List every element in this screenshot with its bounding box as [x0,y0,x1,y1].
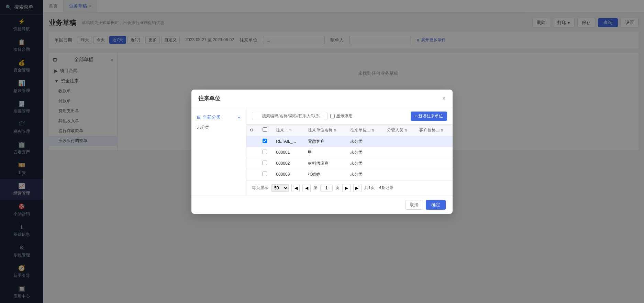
table-row[interactable]: 000001 甲 未分类 [246,147,453,158]
modal-category-unclassified[interactable]: 未分类 [191,123,246,132]
modal-title: 往来单位 [198,95,220,102]
row-code: 000002 [273,158,304,169]
party-search-input[interactable] [252,112,327,120]
modal-footer: 取消 确定 [191,196,453,214]
table-header-row: ⚙ 往来... ⇅ 往来单位名称 ⇅ 往来单位... ⇅ 分管人员 ⇅ 客户价格… [246,125,453,136]
row-settings [246,169,259,180]
row-checkbox[interactable] [259,158,273,169]
grid-icon: ⊞ [197,115,201,120]
modal-pagination: 每页显示 50 100 200 |◀ ◀ 第 页 ▶ ▶| 共1页，4 [246,180,453,196]
row-price [416,147,453,158]
sort-icon: ⇅ [441,128,443,132]
show-disabled-label[interactable]: 显示停用 [330,113,353,119]
modal-table: ⚙ 往来... ⇅ 往来单位名称 ⇅ 往来单位... ⇅ 分管人员 ⇅ 客户价格… [246,125,453,180]
modal-category-label: 未分类 [197,125,209,130]
col-name[interactable]: 往来单位名称 ⇅ [304,125,347,136]
first-page-button[interactable]: |◀ [291,184,300,192]
row-manager [384,147,416,158]
row-code: RETAIL_... [273,136,304,147]
row-select-checkbox[interactable] [263,150,267,154]
last-page-button[interactable]: ▶| [353,184,362,192]
row-category: 未分类 [347,147,384,158]
row-category: 未分类 [347,169,384,180]
sort-icon: ⇅ [404,128,407,132]
row-select-checkbox[interactable] [263,161,267,165]
table-row[interactable]: 000003 张婧婷 未分类 [246,169,453,180]
row-name: 甲 [304,147,347,158]
per-page-label: 每页显示 [252,185,268,191]
settings-icon: ⚙ [250,128,254,132]
col-checkbox [259,125,273,136]
row-price [416,169,453,180]
total-info: 共1页，4条记录 [364,185,393,191]
collapse-left-icon[interactable]: « [238,115,241,120]
row-name: 材料供应商 [304,158,347,169]
row-checkbox[interactable] [259,147,273,158]
row-category: 未分类 [347,136,384,147]
col-price[interactable]: 客户价格... ⇅ [416,125,453,136]
party-table: ⚙ 往来... ⇅ 往来单位名称 ⇅ 往来单位... ⇅ 分管人员 ⇅ 客户价格… [246,125,453,180]
row-price [416,136,453,147]
add-party-button[interactable]: + 新增往来单位 [411,112,447,121]
row-manager [384,136,416,147]
page-prefix-label: 第 [313,185,318,191]
sort-icon: ⇅ [334,128,336,132]
modal-categories: ⊞ 全部分类 « 未分类 [191,108,246,196]
col-category[interactable]: 往来单位... ⇅ [347,125,384,136]
row-code: 000003 [273,169,304,180]
party-modal: 往来单位 × ⊞ 全部分类 « 未分类 [191,90,453,214]
row-name: 零散客户 [304,136,347,147]
col-code[interactable]: 往来... ⇅ [273,125,304,136]
modal-overlay: 往来单位 × ⊞ 全部分类 « 未分类 [0,0,644,303]
search-wrapper: 🔍 [252,112,327,120]
modal-category-header[interactable]: ⊞ 全部分类 « [191,112,246,123]
row-checkbox[interactable] [259,169,273,180]
row-select-checkbox[interactable] [263,139,267,143]
modal-close-button[interactable]: × [442,95,446,102]
row-name: 张婧婷 [304,169,347,180]
table-row[interactable]: 000002 材料供应商 未分类 [246,158,453,169]
row-settings [246,136,259,147]
next-page-button[interactable]: ▶ [342,184,351,192]
row-code: 000001 [273,147,304,158]
modal-category-header-label: 全部分类 [203,114,221,120]
row-select-checkbox[interactable] [263,172,267,176]
modal-toolbar: 🔍 显示停用 + 新增往来单位 [246,108,453,125]
modal-header: 往来单位 × [191,90,453,108]
confirm-button[interactable]: 确定 [426,200,446,210]
modal-right: 🔍 显示停用 + 新增往来单位 [246,108,453,196]
modal-body: ⊞ 全部分类 « 未分类 🔍 [191,108,453,196]
row-price [416,158,453,169]
col-manager[interactable]: 分管人员 ⇅ [384,125,416,136]
per-page-select[interactable]: 50 100 200 [271,184,289,192]
col-settings: ⚙ [246,125,259,136]
page-suffix-label: 页 [335,185,340,191]
sort-icon: ⇅ [371,128,374,132]
prev-page-button[interactable]: ◀ [302,184,311,192]
show-disabled-text: 显示停用 [336,113,353,119]
row-settings [246,158,259,169]
modal-content-area: ⊞ 全部分类 « 未分类 🔍 [191,108,453,196]
page-number-input[interactable] [320,185,333,191]
show-disabled-checkbox[interactable] [330,114,335,118]
row-settings [246,147,259,158]
row-manager [384,169,416,180]
row-manager [384,158,416,169]
cancel-button[interactable]: 取消 [405,200,423,210]
select-all-checkbox[interactable] [263,127,267,132]
row-category: 未分类 [347,158,384,169]
row-checkbox[interactable] [259,136,273,147]
table-row[interactable]: RETAIL_... 零散客户 未分类 [246,136,453,147]
sort-icon: ⇅ [289,128,292,132]
